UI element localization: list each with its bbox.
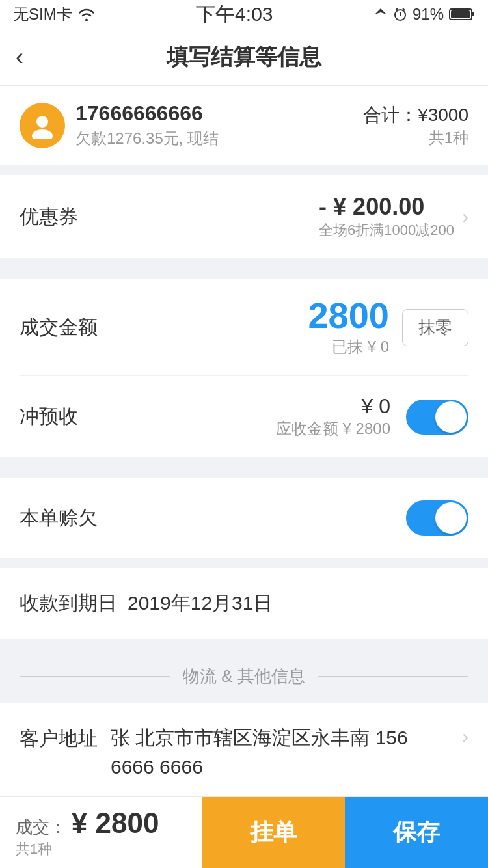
- deal-amount-container: 2800 已抹 ¥ 0: [308, 297, 389, 357]
- due-date-value: 2019年12月31日: [128, 590, 273, 617]
- section-divider-2: [0, 457, 488, 468]
- divider-line-right: [318, 676, 468, 677]
- customer-right: 合计：¥3000 共1种: [363, 103, 468, 148]
- back-button[interactable]: ‹: [16, 44, 23, 71]
- prepay-toggle[interactable]: [406, 400, 468, 435]
- coupon-right: - ¥ 200.00 全场6折满1000减200 ›: [319, 193, 468, 240]
- due-date-row: 收款到期日 2019年12月31日: [20, 568, 468, 639]
- battery-icon: [449, 7, 475, 21]
- svg-rect-5: [472, 12, 474, 16]
- status-left: 无SIM卡: [13, 4, 96, 25]
- wifi-icon: [77, 8, 96, 21]
- content-area: 17666666666 欠款1276.35元, 现结 合计：¥3000 共1种 …: [0, 86, 488, 868]
- customer-left: 17666666666 欠款1276.35元, 现结: [20, 102, 219, 149]
- address-chevron-icon: ›: [454, 723, 468, 748]
- total-label-amount: 合计：¥3000: [363, 103, 468, 128]
- address-label: 客户地址: [20, 723, 98, 752]
- total-amount: ¥3000: [418, 105, 468, 125]
- prepay-label: 冲预收: [20, 403, 78, 430]
- prepay-toggle-knob: [435, 401, 467, 433]
- bad-debt-label: 本单赊欠: [20, 505, 98, 532]
- deal-amount-row: 成交金额 2800 已抹 ¥ 0 抹零: [20, 279, 468, 376]
- bottom-bar: 成交： ¥ 2800 共1种 挂单 保存: [0, 796, 488, 868]
- alarm-icon: [393, 7, 407, 21]
- coupon-chevron-icon: ›: [462, 206, 468, 228]
- prepay-row: 冲预收 ¥ 0 应收金额 ¥ 2800: [20, 376, 468, 457]
- divider-line-left: [20, 676, 170, 677]
- deal-section: 成交金额 2800 已抹 ¥ 0 抹零 冲预收 ¥ 0 应收金额 ¥ 2800: [0, 279, 488, 457]
- customer-note: 欠款1276.35元, 现结: [75, 128, 219, 149]
- due-date-label: 收款到期日: [20, 590, 117, 617]
- hang-order-button[interactable]: 挂单: [202, 797, 345, 869]
- deal-amount-right: 2800 已抹 ¥ 0 抹零: [308, 297, 468, 357]
- address-section: 客户地址 张 北京市市辖区海淀区永丰南 156 6666 6666 ›: [0, 703, 488, 801]
- bad-debt-toggle[interactable]: [406, 500, 468, 536]
- status-right: 91%: [373, 5, 475, 23]
- coupon-desc: 全场6折满1000减200: [319, 221, 454, 240]
- save-button[interactable]: 保存: [345, 797, 488, 869]
- total-count: 共1种: [363, 128, 468, 148]
- logistics-divider: 物流 & 其他信息: [0, 649, 488, 703]
- prepay-sub: 应收金额 ¥ 2800: [276, 418, 390, 439]
- due-date-section: 收款到期日 2019年12月31日: [0, 568, 488, 639]
- address-value: 张 北京市市辖区海淀区永丰南 156 6666 6666: [111, 723, 454, 781]
- bad-debt-section: 本单赊欠: [0, 478, 488, 558]
- customer-info: 17666666666 欠款1276.35元, 现结: [75, 102, 219, 149]
- coupon-discount: - ¥ 200.00: [319, 193, 454, 221]
- bottom-deal-row: 成交： ¥ 2800: [16, 807, 186, 839]
- bottom-summary: 成交： ¥ 2800 共1种: [0, 807, 202, 859]
- deal-amount-value: 2800: [308, 297, 389, 334]
- deal-amount-sub: 已抹 ¥ 0: [308, 336, 389, 357]
- prepay-right: ¥ 0 应收金额 ¥ 2800: [276, 394, 468, 439]
- location-icon: [373, 7, 388, 21]
- svg-point-8: [32, 129, 53, 139]
- bad-debt-toggle-knob: [435, 502, 467, 534]
- logistics-label: 物流 & 其他信息: [183, 665, 305, 688]
- page-title: 填写结算等信息: [167, 42, 321, 72]
- status-bar: 无SIM卡 下午4:03 91%: [0, 0, 488, 29]
- svg-point-7: [36, 116, 48, 128]
- section-divider-1: [0, 269, 488, 279]
- round-zero-button[interactable]: 抹零: [402, 309, 468, 346]
- bottom-deal-label: 成交：: [16, 817, 66, 837]
- status-time: 下午4:03: [196, 1, 273, 28]
- battery-percent: 91%: [413, 5, 444, 23]
- total-label: 合计：: [363, 105, 418, 125]
- bottom-count: 共1种: [16, 839, 186, 859]
- prepay-amount: ¥ 0: [276, 394, 390, 418]
- coupon-label: 优惠券: [20, 204, 78, 230]
- deal-amount-label: 成交金额: [20, 314, 98, 341]
- customer-card: 17666666666 欠款1276.35元, 现结 合计：¥3000 共1种: [0, 86, 488, 165]
- coupon-row[interactable]: 优惠券 - ¥ 200.00 全场6折满1000减200 ›: [0, 175, 488, 258]
- svg-rect-6: [451, 10, 470, 18]
- sim-label: 无SIM卡: [13, 4, 72, 25]
- avatar-icon: [29, 113, 55, 139]
- address-row[interactable]: 客户地址 张 北京市市辖区海淀区永丰南 156 6666 6666 ›: [20, 703, 468, 801]
- avatar: [20, 103, 65, 148]
- bad-debt-row: 本单赊欠: [20, 478, 468, 558]
- nav-bar: ‹ 填写结算等信息: [0, 29, 488, 86]
- prepay-amount-wrap: ¥ 0 应收金额 ¥ 2800: [276, 394, 390, 439]
- bottom-deal-amount: ¥ 2800: [72, 807, 159, 839]
- customer-phone: 17666666666: [75, 102, 219, 126]
